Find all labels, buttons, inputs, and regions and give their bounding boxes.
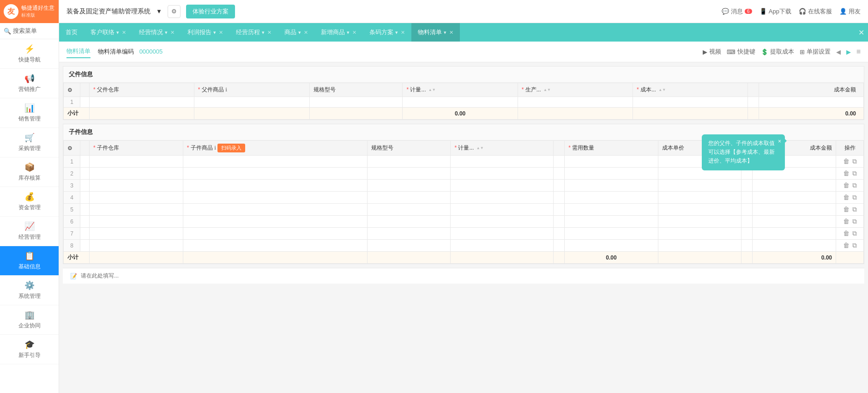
- child-unit-8[interactable]: [451, 240, 554, 252]
- child-qty-5[interactable]: [565, 204, 658, 216]
- extract-cost-btn[interactable]: 💲 提取成本: [761, 48, 794, 56]
- sub-tab-bom-list[interactable]: 物料清单: [66, 45, 90, 58]
- sidebar-item-sales[interactable]: 📊 销售管理: [0, 98, 59, 128]
- parent-spec-cell[interactable]: [309, 97, 403, 108]
- trial-button[interactable]: 体验行业方案: [186, 5, 235, 18]
- parent-unit-cell[interactable]: [403, 97, 518, 108]
- child-unit-1[interactable]: [451, 156, 554, 168]
- parent-col-settings[interactable]: ⚙: [64, 83, 80, 97]
- tab-home[interactable]: 首页: [59, 23, 84, 42]
- child-goods-1[interactable]: [183, 156, 367, 168]
- child-spec-2[interactable]: [367, 168, 451, 180]
- child-qty-4[interactable]: [565, 192, 658, 204]
- video-btn[interactable]: ▶ 视频: [703, 48, 721, 56]
- delete-icon-2[interactable]: 🗑: [843, 169, 850, 177]
- sidebar-item-finance[interactable]: 💰 资金管理: [0, 187, 59, 217]
- child-spec-6[interactable]: [367, 216, 451, 228]
- child-warehouse-8[interactable]: [90, 240, 183, 252]
- tab-barcode[interactable]: 条码方案 ▾ ✕: [363, 23, 411, 42]
- tooltip-close-btn[interactable]: ×: [778, 137, 781, 146]
- child-goods-2[interactable]: [183, 168, 367, 180]
- child-unit-6[interactable]: [451, 216, 554, 228]
- topbar-online-service[interactable]: 🎧 在线客服: [799, 7, 832, 16]
- topbar-gear-button[interactable]: ⚙: [168, 5, 181, 18]
- parent-produce-cell[interactable]: [518, 97, 633, 108]
- tab-history[interactable]: 经营历程 ▾ ✕: [229, 23, 278, 42]
- sidebar-item-guide[interactable]: 🎓 新手引导: [0, 335, 59, 364]
- child-goods-8[interactable]: [183, 240, 367, 252]
- scan-input-btn[interactable]: 扫码录入: [217, 144, 245, 152]
- child-unitcost-3[interactable]: [658, 180, 741, 192]
- child-unitcost-5[interactable]: [658, 204, 741, 216]
- tab-goods-close[interactable]: ✕: [304, 30, 308, 36]
- delete-icon-3[interactable]: 🗑: [843, 181, 850, 189]
- sidebar-item-quick-nav[interactable]: ⚡ 快捷导航: [0, 39, 59, 69]
- tab-operation-status[interactable]: 经营情况 ▾ ✕: [133, 23, 181, 42]
- child-qty-3[interactable]: [565, 180, 658, 192]
- sidebar-item-marketing[interactable]: 📢 营销推广: [0, 69, 59, 98]
- delete-icon-7[interactable]: 🗑: [843, 230, 850, 237]
- delete-icon-1[interactable]: 🗑: [843, 157, 850, 165]
- child-qty-2[interactable]: [565, 168, 658, 180]
- child-goods-4[interactable]: [183, 192, 367, 204]
- delete-icon-4[interactable]: 🗑: [843, 193, 850, 201]
- child-unit-5[interactable]: [451, 204, 554, 216]
- tab-profit-close[interactable]: ✕: [219, 30, 223, 36]
- copy-icon-7[interactable]: ⧉: [852, 230, 857, 237]
- child-goods-5[interactable]: [183, 204, 367, 216]
- tab-customer-close[interactable]: ✕: [122, 30, 126, 36]
- child-goods-6[interactable]: [183, 216, 367, 228]
- list-view-btn[interactable]: ≡: [856, 48, 861, 56]
- copy-icon-3[interactable]: ⧉: [852, 181, 857, 189]
- hotkey-btn[interactable]: ⌨ 快捷键: [727, 48, 755, 56]
- child-warehouse-4[interactable]: [90, 192, 183, 204]
- delete-icon-6[interactable]: 🗑: [843, 218, 850, 225]
- child-warehouse-5[interactable]: [90, 204, 183, 216]
- sidebar-item-basic[interactable]: 📋 基础信息: [0, 246, 59, 276]
- sidebar-item-inventory[interactable]: 📦 库存核算: [0, 157, 59, 187]
- copy-icon-6[interactable]: ⧉: [852, 218, 857, 225]
- sidebar-search[interactable]: 🔍 搜索菜单: [0, 23, 59, 39]
- child-unit-7[interactable]: [451, 228, 554, 240]
- child-warehouse-1[interactable]: [90, 156, 183, 168]
- sidebar-item-company[interactable]: 🏢 企业协同: [0, 305, 59, 335]
- child-spec-8[interactable]: [367, 240, 451, 252]
- topbar-user[interactable]: 👤 用友: [839, 7, 861, 16]
- parent-cost-cell[interactable]: [633, 97, 747, 108]
- topbar-app-download[interactable]: 📱 App下载: [760, 7, 791, 16]
- child-warehouse-2[interactable]: [90, 168, 183, 180]
- delete-icon-5[interactable]: 🗑: [843, 206, 850, 213]
- child-warehouse-6[interactable]: [90, 216, 183, 228]
- child-spec-1[interactable]: [367, 156, 451, 168]
- copy-icon-5[interactable]: ⧉: [852, 206, 857, 213]
- parent-goods-cell[interactable]: [194, 97, 309, 108]
- sidebar-item-purchase[interactable]: 🛒 采购管理: [0, 128, 59, 157]
- child-unitcost-7[interactable]: [658, 228, 741, 240]
- tab-op-close[interactable]: ✕: [170, 30, 175, 36]
- topbar-system-select[interactable]: ▼: [156, 8, 162, 15]
- child-goods-3[interactable]: [183, 180, 367, 192]
- child-unitcost-8[interactable]: [658, 240, 741, 252]
- child-unit-4[interactable]: [451, 192, 554, 204]
- copy-icon-4[interactable]: ⧉: [852, 193, 857, 201]
- child-spec-3[interactable]: [367, 180, 451, 192]
- tab-barcode-close[interactable]: ✕: [401, 30, 405, 36]
- tab-newgoods-close[interactable]: ✕: [352, 30, 356, 36]
- copy-icon-2[interactable]: ⧉: [852, 169, 857, 177]
- child-qty-8[interactable]: [565, 240, 658, 252]
- tab-new-goods[interactable]: 新增商品 ▾ ✕: [314, 23, 363, 42]
- child-unitcost-6[interactable]: [658, 216, 741, 228]
- tab-customer[interactable]: 客户联络 ▾ ✕: [84, 23, 133, 42]
- tab-bom-close[interactable]: ✕: [449, 30, 453, 36]
- tab-profit[interactable]: 利润报告 ▾ ✕: [181, 23, 229, 42]
- single-settings-btn[interactable]: ⊞ 单据设置: [800, 48, 831, 56]
- sidebar-item-system[interactable]: ⚙️ 系统管理: [0, 276, 59, 305]
- child-spec-7[interactable]: [367, 228, 451, 240]
- copy-icon-1[interactable]: ⧉: [852, 157, 857, 165]
- tab-goods[interactable]: 商品 ▾ ✕: [278, 23, 314, 42]
- nav-prev-btn[interactable]: ◀: [836, 48, 841, 55]
- child-unitcost-4[interactable]: [658, 192, 741, 204]
- child-spec-4[interactable]: [367, 192, 451, 204]
- child-qty-1[interactable]: [565, 156, 658, 168]
- delete-icon-8[interactable]: 🗑: [843, 242, 850, 249]
